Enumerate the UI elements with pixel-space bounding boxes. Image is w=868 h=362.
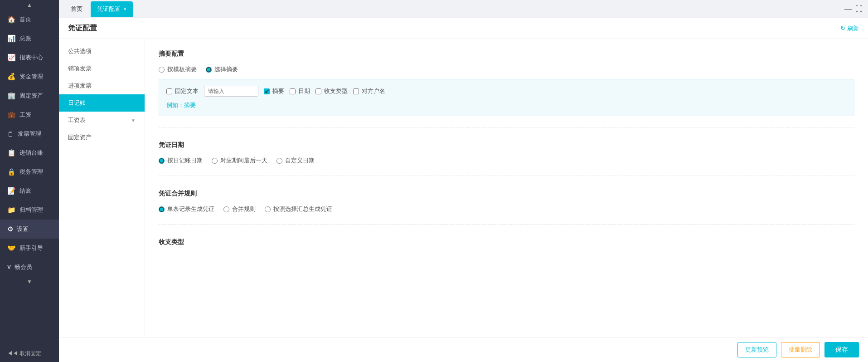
update-preview-button[interactable]: 更新预览	[737, 342, 776, 357]
settle-icon: 📝	[7, 187, 16, 195]
checkbox-date[interactable]	[290, 88, 296, 94]
sidebar-item-label: 畅会员	[15, 263, 32, 271]
sidebar-item-label: 结账	[19, 187, 31, 195]
sidebar-unpin[interactable]: ◀◀ 取消固定	[0, 345, 59, 362]
sidebar-item-assets[interactable]: 🏢 固定资产	[0, 86, 59, 105]
unpin-icon: ◀◀	[7, 350, 18, 357]
sidebar-scroll-up[interactable]: ▲	[0, 0, 59, 10]
sidebar-item-label: 首页	[19, 15, 31, 24]
summary-text-input[interactable]	[204, 86, 258, 97]
merge-rule-radio-group: 单条记录生成凭证 合并规则 按照选择汇总生成凭证	[159, 205, 854, 213]
home-icon: 🏠	[7, 15, 16, 24]
checkbox-counterpart[interactable]	[353, 88, 359, 94]
sidebar-item-settings[interactable]: ⚙ 设置	[0, 220, 59, 239]
refresh-button[interactable]: ↻ 刷新	[840, 24, 859, 33]
right-content: 摘要配置 按模板摘要 选择摘要	[145, 39, 868, 337]
tab-close-button[interactable]: ×	[123, 6, 126, 12]
left-nav-item-sales[interactable]: 销项发票	[59, 60, 145, 77]
report-icon: 📈	[7, 54, 16, 62]
radio-journal-date-text: 按日记账日期	[167, 157, 203, 165]
sidebar-item-label: 税务管理	[19, 168, 43, 176]
left-nav-item-public[interactable]: 公共选项	[59, 43, 145, 60]
radio-template[interactable]	[159, 67, 165, 73]
sidebar-item-tax[interactable]: 🔒 税务管理	[0, 162, 59, 181]
radio-template-text: 按模板摘要	[167, 65, 197, 73]
radio-select-generate-text: 按照选择汇总生成凭证	[273, 205, 332, 213]
sidebar-scroll-down[interactable]: ▼	[0, 277, 59, 287]
radio-merge-text: 合并规则	[232, 205, 256, 213]
checkbox-income-type[interactable]	[315, 88, 321, 94]
archive-icon: 📁	[7, 206, 16, 214]
checkbox-fixed-text-text: 固定文本	[175, 87, 199, 95]
radio-custom-date[interactable]	[276, 158, 282, 164]
summary-example: 例如：摘要	[166, 101, 847, 109]
sidebar-item-guide[interactable]: 🤝 新手引导	[0, 239, 59, 258]
sidebar-item-report[interactable]: 📈 报表中心	[0, 48, 59, 67]
assets-icon: 🏢	[7, 92, 16, 100]
radio-template-label[interactable]: 按模板摘要	[159, 65, 197, 73]
radio-select-generate[interactable]	[265, 206, 271, 212]
radio-journal-date-label[interactable]: 按日记账日期	[159, 157, 203, 165]
tab-voucher-config[interactable]: 凭证配置 ×	[91, 1, 133, 17]
refresh-icon: ↻	[840, 25, 845, 32]
tab-actions: — ⛶	[844, 5, 863, 13]
radio-select-generate-label[interactable]: 按照选择汇总生成凭证	[265, 205, 332, 213]
merge-rule-section-title: 凭证合并规则	[159, 190, 854, 198]
left-nav-item-journal[interactable]: 日记账	[59, 94, 145, 112]
radio-merge-label[interactable]: 合并规则	[223, 205, 256, 213]
bottom-bar: 更新预览 批量删除 保存	[59, 337, 868, 362]
minimize-button[interactable]: —	[844, 5, 852, 13]
sidebar-item-home[interactable]: 🏠 首页	[0, 10, 59, 29]
page-header: 凭证配置 ↻ 刷新	[59, 18, 868, 39]
radio-select[interactable]	[206, 67, 212, 73]
checkbox-summary[interactable]	[264, 88, 270, 94]
sidebar-item-label: 设置	[17, 225, 29, 233]
checkbox-counterpart-label[interactable]: 对方户名	[353, 87, 385, 95]
checkbox-date-label[interactable]: 日期	[290, 87, 310, 95]
sidebar-item-label: 发票管理	[18, 130, 41, 138]
checkbox-fixed-text[interactable]	[166, 88, 172, 94]
sidebar-item-salary[interactable]: 💼 工资	[0, 105, 59, 124]
checkbox-income-type-label[interactable]: 收支类型	[315, 87, 348, 95]
sidebar-item-capital[interactable]: 💰 资金管理	[0, 67, 59, 86]
sidebar-item-label: 进销台账	[19, 149, 43, 157]
radio-journal-date[interactable]	[159, 158, 165, 164]
batch-delete-button[interactable]: 批量删除	[781, 342, 820, 357]
main-area: 首页 凭证配置 × — ⛶ 凭证配置 ↻ 刷新 公共选项	[59, 0, 868, 362]
salepurchase-icon: 📋	[7, 149, 16, 157]
radio-custom-date-label[interactable]: 自定义日期	[276, 157, 315, 165]
checkbox-summary-text: 摘要	[272, 87, 284, 95]
save-button[interactable]: 保存	[824, 342, 859, 357]
left-nav-label: 进项发票	[68, 82, 92, 90]
voucher-date-section-title: 凭证日期	[159, 141, 854, 149]
left-nav-label: 销项发票	[68, 64, 92, 73]
radio-period-last-label[interactable]: 对应期间最后一天	[212, 157, 267, 165]
sidebar-item-archive[interactable]: 📁 归档管理	[0, 201, 59, 220]
page-title: 凭证配置	[68, 24, 97, 33]
left-nav-item-fixed[interactable]: 固定资产	[59, 129, 145, 146]
sidebar-item-settle[interactable]: 📝 结账	[0, 181, 59, 201]
radio-merge[interactable]	[223, 206, 229, 212]
left-nav: 公共选项 销项发票 进项发票 日记账 工资表 ▼ 固定资产	[59, 39, 145, 337]
checkbox-summary-label[interactable]: 摘要	[264, 87, 284, 95]
tab-active-label: 凭证配置	[97, 5, 121, 13]
checkbox-fixed-text-label[interactable]: 固定文本	[166, 87, 199, 95]
left-nav-item-payroll[interactable]: 工资表 ▼	[59, 112, 145, 129]
checkbox-date-text: 日期	[298, 87, 310, 95]
sidebar-item-invoice[interactable]: 🗒 发票管理	[0, 124, 59, 143]
sidebar-item-salepurchase[interactable]: 📋 进销台账	[0, 143, 59, 162]
sidebar-item-ledger[interactable]: 📊 总账	[0, 29, 59, 48]
radio-period-last-text: 对应期间最后一天	[220, 157, 267, 165]
radio-period-last[interactable]	[212, 158, 218, 164]
maximize-button[interactable]: ⛶	[855, 5, 863, 13]
radio-single-label[interactable]: 单条记录生成凭证	[159, 205, 214, 213]
radio-single[interactable]	[159, 206, 165, 212]
income-type-section-title: 收支类型	[159, 238, 854, 246]
settings-icon: ⚙	[7, 225, 13, 233]
tax-icon: 🔒	[7, 168, 16, 176]
example-text: 例如：摘要	[166, 102, 196, 108]
left-nav-item-purchase[interactable]: 进项发票	[59, 77, 145, 94]
sidebar-item-member[interactable]: V 畅会员	[0, 258, 59, 277]
radio-select-label[interactable]: 选择摘要	[206, 65, 238, 73]
tab-home[interactable]: 首页	[64, 1, 89, 17]
